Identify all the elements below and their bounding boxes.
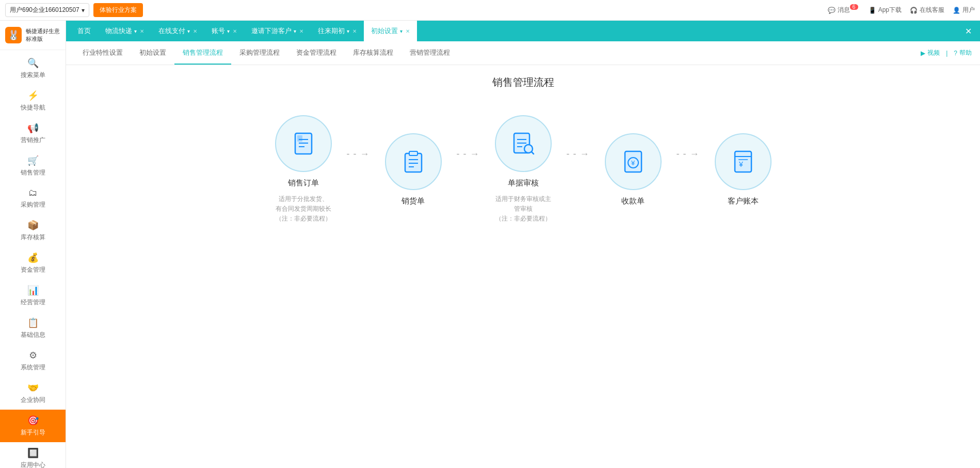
flow-arrow-3: - - → (567, 149, 590, 160)
basic-info-icon: 📋 (27, 317, 39, 329)
flow-arrow-2: - - → (457, 149, 480, 160)
sub-tab-init-settings[interactable]: 初始设置 (131, 42, 174, 65)
chevron-down-icon: ▾ (227, 28, 230, 34)
inventory-icon: 📦 (27, 220, 39, 231)
sidebar-item-new-guide[interactable]: 🎯 新手引导 (0, 410, 66, 442)
enterprise-coop-icon: 🤝 (27, 382, 39, 394)
flow-desc-sales-order: 适用于分批发货、 有合同发货周期较长 （注：非必要流程） (276, 194, 331, 224)
logo-text: 畅捷通好生意 标准版 (26, 27, 60, 43)
close-tab-icon-logistics[interactable]: ✕ (140, 28, 144, 34)
nav-tab-home[interactable]: 首页 (70, 21, 98, 41)
chevron-down-icon: ▾ (294, 28, 296, 34)
headset-icon: 🎧 (910, 7, 918, 14)
system-mgmt-label: 系统管理 (21, 363, 45, 372)
nav-tab-payment[interactable]: 在线支付▾✕ (151, 21, 204, 41)
sidebar-item-purchase-mgmt[interactable]: 🗂 采购管理 (0, 182, 66, 214)
sub-tab-industry-settings[interactable]: 行业特性设置 (74, 42, 131, 65)
app-download-item[interactable]: 📱 App下载 (869, 6, 902, 14)
app-center-label: 应用中心 (21, 461, 45, 468)
sales-mgmt-label: 销售管理 (21, 168, 45, 177)
flow-item-sales-invoice: 销货单 (372, 133, 455, 206)
online-service-item[interactable]: 🎧 在线客服 (910, 6, 944, 14)
business-mgmt-label: 经营管理 (21, 298, 45, 307)
svg-text:¥: ¥ (738, 160, 743, 168)
nav-close-right[interactable]: ✕ (961, 26, 976, 36)
sub-tabs: 行业特性设置初始设置销售管理流程采购管理流程资金管理流程库存核算流程营销管理流程… (66, 41, 980, 65)
new-guide-icon: 🎯 (27, 415, 39, 426)
user-menu-item[interactable]: 👤 用户 (953, 6, 975, 14)
sub-tab-sales-flow[interactable]: 销售管理流程 (174, 42, 231, 65)
basic-info-label: 基础信息 (21, 331, 45, 339)
flow-arrow-1: - - → (347, 149, 370, 160)
nav-tab-account[interactable]: 账号▾✕ (204, 21, 244, 41)
sidebar-item-enterprise-coop[interactable]: 🤝 企业协同 (0, 377, 66, 410)
page-content: 销售管理流程 销售订单适用于分批发货、 有合同发货周期较长 （注：非必要流程）-… (66, 65, 980, 468)
sidebar-item-business-mgmt[interactable]: 📊 经营管理 (0, 279, 66, 312)
svg-rect-19 (735, 151, 751, 172)
help-label: 帮助 (959, 49, 972, 57)
user-selector-label: 用户690企业1660120507 (10, 6, 79, 14)
nav-tab-logistics[interactable]: 物流快递▾✕ (98, 21, 151, 41)
sidebar-item-search[interactable]: 🔍 搜索菜单 (0, 52, 66, 85)
flow-label-receipt: 收款单 (621, 196, 645, 206)
chevron-down-icon: ▾ (347, 28, 349, 34)
top-bar-left: 用户690企业1660120507 ▾ 体验行业方案 (5, 3, 143, 17)
help-item[interactable]: ? 帮助 (954, 49, 972, 57)
marketing-promo-label: 营销推广 (21, 136, 45, 145)
sidebar-item-app-center[interactable]: 🔲 应用中心 (0, 442, 66, 468)
system-mgmt-icon: ⚙ (29, 350, 37, 361)
sidebar-item-sales-mgmt[interactable]: 🛒 销售管理 (0, 150, 66, 182)
nav-tabs: 首页物流快递▾✕在线支付▾✕账号▾✕邀请下游客户▾✕往来期初▾✕初始设置▾✕✕ (66, 21, 980, 41)
sidebar-logo: 🐰 畅捷通好生意 标准版 (0, 21, 66, 50)
sidebar-item-marketing-promo[interactable]: 📢 营销推广 (0, 117, 66, 150)
close-tab-icon-invite-customer[interactable]: ✕ (299, 28, 303, 34)
nav-tab-label-init-settings: 初始设置 (371, 26, 398, 36)
app-center-icon: 🔲 (27, 447, 39, 459)
messages-badge: 6 (850, 4, 858, 10)
sidebar-item-finance-mgmt[interactable]: 💰 资金管理 (0, 247, 66, 279)
chevron-down-icon: ▾ (134, 28, 137, 34)
purchase-mgmt-label: 采购管理 (21, 200, 45, 209)
search-icon: 🔍 (27, 57, 39, 69)
close-tab-icon-opening-period[interactable]: ✕ (352, 28, 357, 34)
chevron-down-icon: ▾ (187, 28, 190, 34)
svg-rect-4 (297, 135, 302, 142)
sub-tab-inventory-flow[interactable]: 库存核算流程 (345, 42, 401, 65)
sidebar-item-system-mgmt[interactable]: ⚙ 系统管理 (0, 345, 66, 377)
user-menu-label: 用户 (962, 6, 975, 14)
marketing-promo-icon: 📢 (27, 122, 39, 134)
sub-tab-purchase-flow[interactable]: 采购管理流程 (231, 42, 288, 65)
user-selector[interactable]: 用户690企业1660120507 ▾ (5, 3, 89, 17)
video-help-item[interactable]: ▶ 视频 (921, 49, 940, 57)
top-bar-right: 💬 消息 6 📱 App下载 🎧 在线客服 👤 用户 (828, 6, 975, 14)
flow-diagram: 销售订单适用于分批发货、 有合同发货周期较长 （注：非必要流程）- - → 销货… (76, 115, 970, 224)
search-label: 搜索菜单 (21, 71, 45, 80)
avatar-icon: 👤 (953, 7, 960, 14)
sub-tabs-right: ▶ 视频 | ? 帮助 (921, 49, 972, 57)
enterprise-coop-label: 企业协同 (21, 396, 45, 404)
flow-item-receipt: ¥ 收款单 (592, 133, 674, 206)
play-icon: ▶ (921, 50, 925, 57)
flow-circle-sales-order (275, 115, 332, 172)
nav-tab-invite-customer[interactable]: 邀请下游客户▾✕ (244, 21, 311, 41)
flow-arrow-4: - - → (677, 149, 700, 160)
sub-tab-finance-flow[interactable]: 资金管理流程 (288, 42, 345, 65)
finance-mgmt-label: 资金管理 (21, 266, 45, 274)
close-tab-icon-init-settings[interactable]: ✕ (406, 28, 410, 34)
sidebar-item-quick-nav[interactable]: ⚡ 快捷导航 (0, 85, 66, 117)
sub-tab-marketing-flow[interactable]: 营销管理流程 (401, 42, 458, 65)
nav-tab-opening-period[interactable]: 往来期初▾✕ (311, 21, 364, 41)
logo-line2: 标准版 (26, 35, 60, 43)
messages-item[interactable]: 💬 消息 6 (828, 6, 860, 14)
logo-line1: 畅捷通好生意 (26, 27, 60, 35)
close-tab-icon-account[interactable]: ✕ (233, 28, 237, 34)
phone-icon: 📱 (869, 7, 876, 14)
chevron-down-icon: ▾ (400, 28, 403, 34)
nav-tab-init-settings[interactable]: 初始设置▾✕ (364, 21, 417, 41)
sidebar-item-inventory[interactable]: 📦 库存核算 (0, 214, 66, 247)
logo-icon: 🐰 (5, 27, 22, 43)
experience-btn[interactable]: 体验行业方案 (93, 3, 143, 17)
close-tab-icon-payment[interactable]: ✕ (193, 28, 197, 34)
sidebar-item-basic-info[interactable]: 📋 基础信息 (0, 312, 66, 345)
top-bar: 用户690企业1660120507 ▾ 体验行业方案 💬 消息 6 📱 App下… (0, 0, 980, 21)
